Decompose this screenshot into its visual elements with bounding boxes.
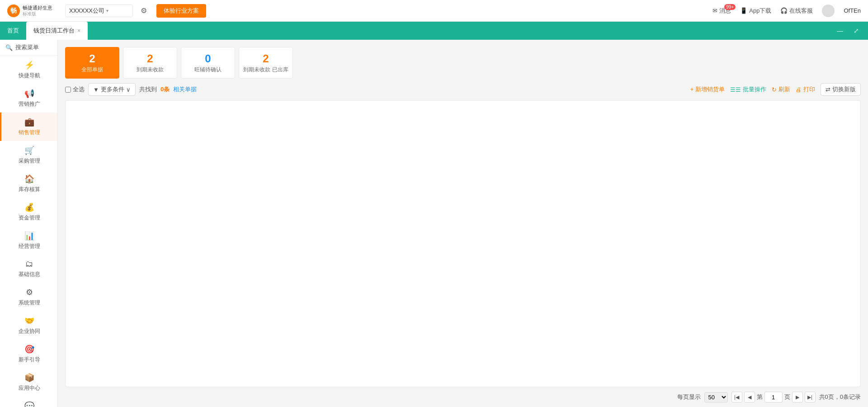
card-overdue-shipped-label: 到期未收款 已出库 bbox=[243, 66, 288, 74]
logo-icon: 畅 bbox=[7, 5, 20, 17]
gear-icon: ⚙ bbox=[141, 6, 147, 15]
print-button[interactable]: 🖨 打印 bbox=[796, 85, 815, 94]
sidebar-item-marketing[interactable]: 📢 营销推广 bbox=[0, 84, 57, 112]
sidebar-label-system: 系统管理 bbox=[19, 299, 40, 307]
marketing-icon: 📢 bbox=[24, 89, 34, 98]
sidebar-item-operations[interactable]: 📊 经营管理 bbox=[0, 226, 57, 255]
sidebar-item-inventory[interactable]: 🏠 库存核算 bbox=[0, 169, 57, 198]
sidebar-label-finance: 资金管理 bbox=[19, 214, 40, 222]
sidebar-item-appcenter[interactable]: 📦 应用中心 bbox=[0, 368, 57, 397]
sidebar-item-wechat[interactable]: 💬 企业微信 bbox=[0, 397, 57, 407]
page-input[interactable] bbox=[764, 392, 783, 402]
filter-icon: ▼ bbox=[93, 86, 99, 93]
top-header: 畅 畅捷通好生意 标准版 XXXXXX公司 ▾ ⚙ 体验行业方案 ✉ 消息 99… bbox=[0, 0, 868, 22]
purchase-icon: 🛒 bbox=[24, 145, 34, 155]
more-filters-button[interactable]: ▼ 更多条件 ∨ bbox=[88, 83, 136, 96]
quicknav-icon: ⚡ bbox=[24, 60, 34, 70]
sidebar-label-inventory: 库存核算 bbox=[19, 186, 40, 193]
page-nav: |◀ ◀ 第 页 ▶ ▶| bbox=[731, 392, 816, 402]
system-icon: ⚙ bbox=[26, 287, 33, 297]
logo-area: 畅 畅捷通好生意 标准版 bbox=[7, 5, 65, 17]
tab-maximize-icon[interactable]: ⤢ bbox=[850, 24, 863, 37]
select-all-input[interactable] bbox=[65, 87, 71, 93]
found-count: 0条 bbox=[160, 85, 170, 94]
headset-icon: 🎧 bbox=[780, 7, 788, 14]
toolbar: 全选 ▼ 更多条件 ∨ 共找到 0条 相关单据 + 新增销货单 ☰☰ 批量操作 … bbox=[58, 79, 868, 100]
company-selector[interactable]: XXXXXX公司 ▾ bbox=[65, 5, 133, 17]
card-all-count: 2 bbox=[89, 52, 95, 65]
sidebar-label-quicknav: 快捷导航 bbox=[19, 72, 40, 80]
sidebar-search[interactable]: 🔍 搜索菜单 bbox=[0, 40, 57, 56]
card-overdue[interactable]: 2 到期未收款 bbox=[123, 47, 177, 79]
card-all-label: 全部单据 bbox=[81, 66, 103, 74]
operations-icon: 📊 bbox=[24, 231, 34, 241]
sidebar-label-basicinfo: 基础信息 bbox=[19, 271, 40, 278]
card-overdue-shipped[interactable]: 2 到期未收款 已出库 bbox=[239, 47, 293, 79]
table-area bbox=[65, 100, 861, 387]
avatar[interactable] bbox=[822, 5, 835, 17]
prev-page-button[interactable]: ◀ bbox=[744, 392, 755, 402]
settings-button[interactable]: ⚙ bbox=[137, 4, 151, 18]
first-page-button[interactable]: |◀ bbox=[731, 392, 742, 402]
card-wangfu[interactable]: 0 旺辅待确认 bbox=[181, 47, 235, 79]
page-size-select[interactable]: 50 100 200 bbox=[704, 392, 728, 402]
sidebar-label-guide: 新手引导 bbox=[19, 356, 40, 364]
last-page-button[interactable]: ▶| bbox=[805, 392, 816, 402]
refresh-button[interactable]: ↻ 刷新 bbox=[772, 85, 790, 94]
appcenter-icon: 📦 bbox=[24, 373, 34, 383]
tab-minimize-icon[interactable]: — bbox=[834, 24, 846, 37]
tab-close-icon[interactable]: × bbox=[77, 28, 80, 34]
inventory-icon: 🏠 bbox=[24, 174, 34, 184]
finance-icon: 💰 bbox=[24, 202, 34, 212]
sidebar-label-sales: 销售管理 bbox=[19, 129, 40, 136]
sidebar-item-sales[interactable]: 💼 销售管理 bbox=[0, 112, 57, 141]
sales-icon: 💼 bbox=[24, 117, 34, 127]
card-wangfu-label: 旺辅待确认 bbox=[194, 66, 222, 74]
sidebar-label-appcenter: 应用中心 bbox=[19, 384, 40, 392]
main-layout: 🔍 搜索菜单 ⚡ 快捷导航 📢 营销推广 💼 销售管理 🛒 采购管理 🏠 库存核… bbox=[0, 40, 868, 407]
sidebar-item-guide[interactable]: 🎯 新手引导 bbox=[0, 340, 57, 368]
batch-operation-button[interactable]: ☰☰ 批量操作 bbox=[730, 85, 766, 94]
sidebar-item-enterprise[interactable]: 🤝 企业协同 bbox=[0, 311, 57, 340]
next-page-button[interactable]: ▶ bbox=[792, 392, 803, 402]
search-icon: 🔍 bbox=[5, 44, 13, 51]
sidebar-label-operations: 经营管理 bbox=[19, 243, 40, 250]
chevron-down-icon: ∨ bbox=[126, 86, 131, 93]
card-overdue-count: 2 bbox=[147, 52, 153, 65]
select-all-checkbox[interactable]: 全选 bbox=[65, 85, 85, 94]
switch-version-button[interactable]: ⇄ 切换新版 bbox=[821, 83, 861, 96]
tab-bar-actions: — ⤢ bbox=[834, 24, 868, 37]
found-prefix: 共找到 bbox=[139, 85, 157, 94]
card-all[interactable]: 2 全部单据 bbox=[65, 47, 119, 79]
summary-cards: 2 全部单据 2 到期未收款 0 旺辅待确认 2 到期未收款 已出库 bbox=[58, 40, 868, 79]
message-button[interactable]: ✉ 消息 99+ bbox=[712, 7, 731, 15]
guide-icon: 🎯 bbox=[24, 344, 34, 354]
chevron-down-icon: ▾ bbox=[106, 8, 108, 13]
message-icon: ✉ bbox=[712, 7, 717, 14]
app-download-button[interactable]: 📱 App下载 bbox=[740, 7, 771, 15]
logo-text: 畅捷通好生意 标准版 bbox=[23, 5, 52, 17]
sidebar-item-system[interactable]: ⚙ 系统管理 bbox=[0, 283, 57, 311]
card-overdue-shipped-count: 2 bbox=[263, 52, 269, 65]
sidebar-item-quicknav[interactable]: ⚡ 快捷导航 bbox=[0, 56, 57, 84]
sidebar-item-finance[interactable]: 💰 资金管理 bbox=[0, 198, 57, 226]
trial-button[interactable]: 体验行业方案 bbox=[156, 4, 206, 18]
message-badge: 99+ bbox=[724, 4, 736, 10]
related-link[interactable]: 相关单据 bbox=[173, 85, 197, 94]
tab-bar: 首页 钱货日清工作台 × — ⤢ bbox=[0, 22, 868, 40]
username-label: OfTEn bbox=[844, 7, 861, 14]
total-info: 共0页，0条记录 bbox=[819, 393, 861, 401]
sidebar-item-purchase[interactable]: 🛒 采购管理 bbox=[0, 141, 57, 169]
online-service-button[interactable]: 🎧 在线客服 bbox=[780, 7, 813, 15]
tab-home[interactable]: 首页 bbox=[0, 22, 26, 40]
company-name: XXXXXX公司 bbox=[69, 7, 104, 15]
tab-qianhuoriqing[interactable]: 钱货日清工作台 × bbox=[26, 22, 88, 40]
card-wangfu-count: 0 bbox=[205, 52, 211, 65]
enterprise-icon: 🤝 bbox=[24, 316, 34, 326]
sidebar-item-basicinfo[interactable]: 🗂 基础信息 bbox=[0, 255, 57, 283]
more-filters-label: 更多条件 bbox=[101, 85, 124, 94]
online-service-label: 在线客服 bbox=[789, 7, 813, 15]
page-label: 第 bbox=[757, 393, 763, 401]
add-sale-button[interactable]: + 新增销货单 bbox=[690, 85, 725, 94]
pagination-bar: 每页显示 50 100 200 |◀ ◀ 第 页 ▶ ▶| 共0页，0条记录 bbox=[58, 387, 868, 407]
